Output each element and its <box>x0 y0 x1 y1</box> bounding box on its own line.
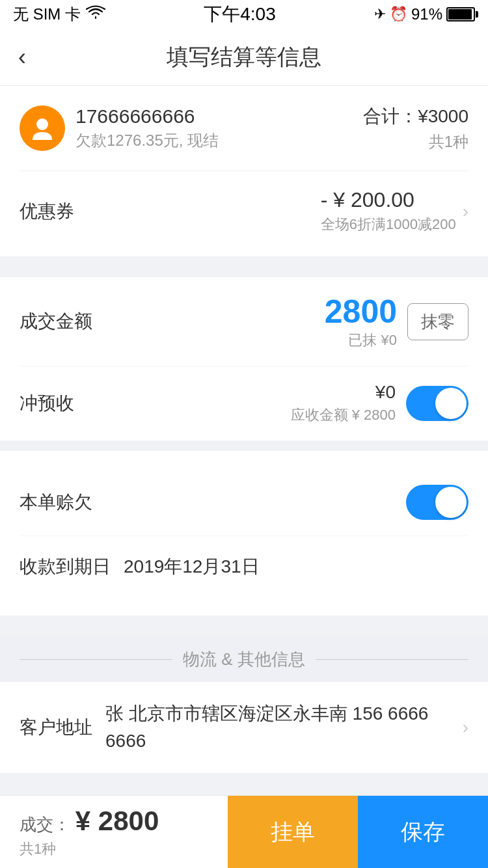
writeoff-card: 本单赊欠 收款到期日 2019年12月31日 <box>0 451 488 616</box>
total-amount: 合计：¥3000 <box>363 104 468 129</box>
coupon-description: 全场6折满1000减200 <box>321 215 456 234</box>
deal-amount-right: 2800 已抹 ¥0 抹零 <box>325 293 468 350</box>
deal-amount-value: 2800 <box>325 293 397 331</box>
prepay-note: 应收金额 ¥ 2800 <box>291 405 396 425</box>
writeoff-toggle[interactable] <box>406 485 468 520</box>
bottom-deal-label: 成交： <box>20 815 70 834</box>
deal-amount-note: 已抹 ¥0 <box>325 331 397 350</box>
bottom-bar: 成交： ¥ 2800 共1种 挂单 保存 <box>0 795 488 868</box>
prepay-toggle[interactable] <box>406 386 468 421</box>
user-phone: 17666666666 <box>75 105 219 128</box>
writeoff-right <box>406 485 468 520</box>
back-button[interactable]: ‹ <box>18 44 26 71</box>
bottom-info: 成交： ¥ 2800 共1种 <box>0 806 228 859</box>
chevron-right-icon: › <box>463 201 468 222</box>
coupon-right: - ¥ 200.00 全场6折满1000减200 › <box>321 188 468 234</box>
wifi-icon <box>86 5 105 23</box>
battery-icon <box>446 7 475 21</box>
user-card: 17666666666 欠款1276.35元, 现结 合计：¥3000 共1种 <box>0 86 488 170</box>
prepay-row: 冲预收 ¥0 应收金额 ¥ 2800 <box>20 366 468 441</box>
avatar-icon <box>29 115 55 141</box>
separator-1 <box>0 267 488 277</box>
prepay-amount: ¥0 <box>291 382 396 403</box>
separator-3 <box>0 626 488 636</box>
status-right: ✈ ⏰ 91% <box>374 5 475 23</box>
user-left: 17666666666 欠款1276.35元, 现结 <box>20 105 219 151</box>
page-title: 填写结算等信息 <box>167 42 321 72</box>
user-info: 17666666666 欠款1276.35元, 现结 <box>75 105 219 151</box>
separator-2 <box>0 441 488 451</box>
coupon-discount: - ¥ 200.00 <box>321 188 456 212</box>
due-date-label: 收款到期日 <box>20 554 111 579</box>
user-row: 17666666666 欠款1276.35元, 现结 合计：¥3000 共1种 <box>20 104 468 152</box>
due-date-row: 收款到期日 2019年12月31日 <box>20 536 468 597</box>
hang-button[interactable]: 挂单 <box>228 796 358 869</box>
bottom-count: 共1种 <box>20 839 208 859</box>
divider-text: 物流 & 其他信息 <box>172 648 316 671</box>
status-bar: 无 SIM 卡 下午4:03 ✈ ⏰ 91% <box>0 0 488 29</box>
writeoff-label: 本单赊欠 <box>20 490 92 515</box>
coupon-card: 优惠券 - ¥ 200.00 全场6折满1000减200 › <box>0 170 488 256</box>
prepay-info: ¥0 应收金额 ¥ 2800 <box>291 382 396 425</box>
amount-section: 成交金额 2800 已抹 ¥0 抹零 冲预收 ¥0 应收金额 ¥ 2800 <box>0 277 488 441</box>
carrier-text: 无 SIM 卡 <box>13 4 81 25</box>
round-off-button[interactable]: 抹零 <box>407 303 468 340</box>
user-debt: 欠款1276.35元, 现结 <box>75 130 219 151</box>
coupon-row[interactable]: 优惠券 - ¥ 200.00 全场6折满1000减200 › <box>20 170 468 238</box>
bottom-price: ¥ 2800 <box>75 806 159 836</box>
deal-amount-row: 成交金额 2800 已抹 ¥0 抹零 <box>20 277 468 366</box>
svg-point-0 <box>36 118 48 130</box>
section-divider: 物流 & 其他信息 <box>0 636 488 682</box>
address-label: 客户地址 <box>20 715 92 740</box>
battery-percent: 91% <box>411 5 442 23</box>
deal-amount-label: 成交金额 <box>20 309 92 334</box>
status-left: 无 SIM 卡 <box>13 4 105 25</box>
writeoff-row: 本单赊欠 <box>20 469 468 536</box>
address-row[interactable]: 客户地址 张 北京市市辖区海淀区永丰南 156 6666 6666 › <box>0 682 488 773</box>
toggle-thumb <box>435 388 467 419</box>
prepay-right: ¥0 应收金额 ¥ 2800 <box>291 382 468 425</box>
coupon-label: 优惠券 <box>20 199 74 224</box>
content: 17666666666 欠款1276.35元, 现结 合计：¥3000 共1种 … <box>0 86 488 868</box>
status-time: 下午4:03 <box>204 2 276 27</box>
nav-bar: ‹ 填写结算等信息 <box>0 29 488 86</box>
address-content: 张 北京市市辖区海淀区永丰南 156 6666 6666 <box>105 700 456 755</box>
avatar <box>20 105 65 151</box>
total-count: 共1种 <box>363 131 468 152</box>
bottom-deal-row: 成交： ¥ 2800 <box>20 806 208 837</box>
user-totals: 合计：¥3000 共1种 <box>363 104 468 152</box>
alarm-icon: ⏰ <box>390 6 407 23</box>
save-button[interactable]: 保存 <box>358 796 488 869</box>
due-date-value: 2019年12月31日 <box>124 554 260 579</box>
toggle-thumb-2 <box>435 487 467 518</box>
location-icon: ✈ <box>374 6 386 23</box>
address-chevron-icon: › <box>463 717 468 738</box>
prepay-label: 冲预收 <box>20 391 74 416</box>
